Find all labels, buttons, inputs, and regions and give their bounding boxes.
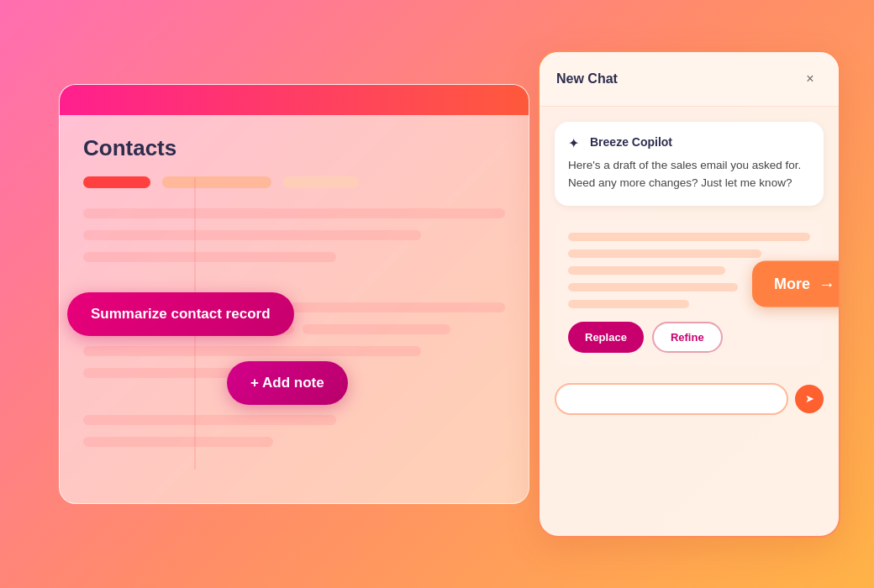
- line-row-1: [83, 208, 505, 218]
- main-scene: Contacts: [34, 34, 840, 554]
- contacts-card-topbar: [60, 85, 529, 115]
- tab-red: [83, 176, 150, 188]
- line-row-9: [83, 437, 505, 447]
- tab-peach: [162, 176, 271, 188]
- breeze-name: Breeze Copilot: [590, 135, 672, 149]
- contacts-title: Contacts: [83, 135, 505, 161]
- breeze-header: Breeze Copilot: [568, 135, 810, 149]
- add-note-button[interactable]: + Add note: [227, 361, 348, 405]
- line-9: [83, 415, 336, 425]
- chat-input[interactable]: [555, 383, 788, 415]
- more-button[interactable]: More →: [752, 261, 840, 307]
- refine-button[interactable]: Refine: [652, 322, 723, 353]
- chat-header: New Chat ×: [540, 52, 839, 107]
- close-chat-button[interactable]: ×: [798, 67, 822, 91]
- send-icon: ➤: [805, 392, 814, 405]
- more-label: More: [774, 276, 810, 293]
- line-row-2: [83, 230, 505, 240]
- chat-body: Breeze Copilot Here's a draft of the sal…: [540, 107, 839, 532]
- draft-line-1: [568, 233, 810, 241]
- tab-light: [283, 176, 359, 188]
- more-arrow-icon: →: [819, 275, 835, 294]
- line-row-6: [83, 346, 505, 356]
- breeze-message-text: Here's a draft of the sales email you as…: [568, 157, 810, 192]
- breeze-sparkle-icon: [568, 135, 582, 149]
- line-8: [83, 368, 252, 378]
- chat-input-row: ➤: [555, 380, 824, 422]
- line-6: [303, 324, 450, 334]
- line-7: [83, 346, 421, 356]
- draft-line-4: [568, 283, 738, 291]
- summarize-contact-button[interactable]: Summarize contact record: [67, 292, 294, 336]
- draft-actions: Replace Refine: [568, 322, 810, 353]
- chat-panel: More → New Chat × Breeze Copilot Here's …: [538, 50, 840, 538]
- chat-title: New Chat: [556, 71, 618, 87]
- contacts-card-body: Contacts: [60, 115, 529, 467]
- line-row-3: [83, 252, 505, 262]
- line-2: [83, 230, 421, 240]
- line-row-8: [83, 415, 505, 425]
- draft-line-5: [568, 300, 689, 308]
- draft-line-2: [568, 249, 761, 258]
- replace-button[interactable]: Replace: [568, 322, 644, 353]
- line-10: [83, 437, 273, 447]
- send-button[interactable]: ➤: [795, 385, 824, 413]
- contacts-tabs: [83, 176, 505, 188]
- line-3: [83, 252, 336, 262]
- line-1: [83, 208, 505, 218]
- draft-line-3: [568, 266, 725, 275]
- breeze-message: Breeze Copilot Here's a draft of the sal…: [555, 122, 824, 206]
